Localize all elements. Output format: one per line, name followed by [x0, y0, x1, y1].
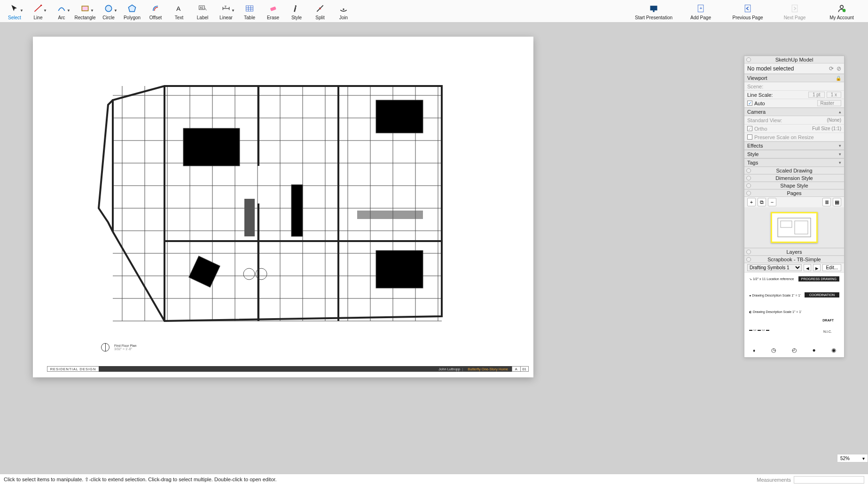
join-icon: [339, 3, 348, 14]
svg-point-11: [343, 8, 344, 10]
add-page-icon: +: [696, 3, 705, 14]
ortho-value[interactable]: Full Size (1:1): [812, 126, 841, 131]
previous-page-icon: [743, 3, 752, 14]
linear-tool[interactable]: 3'Linear▼: [214, 2, 238, 22]
svg-rect-13: [653, 10, 654, 12]
titleblock-author: John Luttropp: [438, 367, 460, 371]
north-arrow-5-icon[interactable]: ◉: [831, 347, 836, 353]
start-presentation-tool[interactable]: Start Presentation: [630, 2, 677, 22]
scrap-item-desc2[interactable]: ◐ Drawing Description Scale 1" = 1': [749, 310, 802, 314]
scrap-item-desc1[interactable]: ● Drawing Description Scale 1" = 1': [749, 294, 801, 297]
relink-icon[interactable]: ⟳: [829, 65, 834, 72]
split-tool[interactable]: Split: [308, 2, 332, 22]
measurements-input[interactable]: [794, 476, 864, 484]
start-presentation-label: Start Presentation: [635, 15, 673, 20]
scrap-item-symbols-row[interactable]: ⬧ ◷ ◴ ● ◉: [744, 347, 844, 353]
select-icon: [10, 3, 19, 14]
grid-view-button[interactable]: ▦: [833, 198, 841, 206]
status-bar: Click to select items to manipulate. ⇧-c…: [0, 474, 868, 485]
panel-header-shape-style[interactable]: Shape Style: [744, 182, 844, 189]
page-sheet[interactable]: First Floor Plan 3/32" = 1'-0" RESIDENTI…: [33, 37, 533, 377]
panel-header-dimension-style[interactable]: Dimension Style: [744, 174, 844, 182]
north-arrow-2-icon[interactable]: ◷: [771, 347, 776, 353]
svg-rect-60: [189, 256, 220, 287]
scrap-item-scalebar[interactable]: ▬▭▬▭▬: [749, 328, 770, 332]
panel-header-scaled-drawing[interactable]: Scaled Drawing: [744, 167, 844, 174]
text-tool[interactable]: AText: [167, 2, 191, 22]
standard-view-value[interactable]: (None): [827, 117, 841, 123]
north-arrow-3-icon[interactable]: ◴: [792, 347, 797, 353]
rectangle-tool[interactable]: Rectangle▼: [73, 2, 97, 22]
section-tags[interactable]: Tags▾: [744, 158, 844, 167]
chevron-down-icon: ▼: [231, 8, 235, 13]
line-scale-x[interactable]: 1 x: [827, 92, 841, 98]
scrapbook-set-select[interactable]: Drafting Symbols 1: [747, 264, 802, 271]
scrapbook-prev-button[interactable]: ◂: [804, 264, 811, 271]
text-icon: A: [174, 3, 184, 14]
section-style[interactable]: Style▾: [744, 150, 844, 158]
polygon-tool[interactable]: Polygon: [120, 2, 144, 22]
circle-label: Circle: [102, 15, 115, 20]
previous-page-tool[interactable]: Previous Page: [724, 2, 771, 22]
scrapbook-body[interactable]: ↘ 1/2" x 11 Location reference PROGRESS …: [744, 273, 844, 357]
scrap-item-loc-ref[interactable]: ↘ 1/2" x 11 Location reference: [749, 277, 794, 281]
my-account-tool[interactable]: My Account: [818, 2, 865, 22]
toolbar: Select▼Line▼Arc▼Rectangle▼Circle▼Polygon…: [0, 0, 868, 23]
svg-point-10: [295, 5, 297, 7]
canvas-area[interactable]: First Floor Plan 3/32" = 1'-0" RESIDENTI…: [0, 23, 868, 474]
line-tool[interactable]: Line▼: [26, 2, 50, 22]
ortho-label: Ortho: [754, 126, 812, 132]
panel-header-pages[interactable]: Pages: [744, 189, 844, 197]
svg-rect-63: [795, 221, 808, 234]
add-page-button[interactable]: +: [747, 198, 756, 206]
arc-tool[interactable]: Arc▼: [50, 2, 73, 22]
floor-plan-drawing[interactable]: [94, 81, 451, 326]
panel-header-model[interactable]: SketchUp Model: [744, 56, 844, 63]
style-tool[interactable]: Style: [285, 2, 308, 22]
scrapbook-next-button[interactable]: ▸: [813, 264, 821, 271]
titleblock-discipline: RESIDENTIAL DESIGN: [47, 366, 99, 372]
offset-tool[interactable]: Offset: [144, 2, 167, 22]
line-scale-pt[interactable]: 1 pt: [808, 92, 825, 98]
circle-tool[interactable]: Circle▼: [97, 2, 120, 22]
page-thumbnail-1[interactable]: [771, 212, 818, 243]
panel-header-layers[interactable]: Layers: [744, 248, 844, 256]
view-name: First Floor Plan: [114, 344, 136, 347]
scrapbook-edit-button[interactable]: Edit...: [822, 264, 841, 271]
arc-label: Arc: [58, 15, 65, 20]
scrap-item-draft[interactable]: DRAFT: [822, 319, 834, 322]
delete-page-button[interactable]: −: [768, 198, 776, 206]
svg-rect-12: [650, 6, 657, 10]
scrap-item-progress[interactable]: PROGRESS DRAWING: [798, 276, 839, 282]
auto-checkbox[interactable]: ✓: [747, 101, 752, 106]
scrap-item-coord[interactable]: COORDINATION: [805, 292, 839, 297]
section-effects[interactable]: Effects▾: [744, 141, 844, 150]
label-tool[interactable]: A1Label: [191, 2, 214, 22]
select-tool[interactable]: Select▼: [3, 2, 26, 22]
lock-icon[interactable]: 🔒: [836, 76, 841, 81]
my-account-label: My Account: [829, 15, 854, 20]
unlink-icon[interactable]: ⊘: [837, 65, 841, 72]
panel-header-scrapbook[interactable]: Scrapbook - TB-Simple: [744, 256, 844, 263]
list-view-button[interactable]: ≣: [822, 198, 831, 206]
section-camera[interactable]: Camera▴: [744, 108, 844, 116]
svg-point-2: [105, 5, 111, 11]
table-tool[interactable]: Table: [238, 2, 261, 22]
preserve-scale-checkbox[interactable]: [747, 134, 752, 140]
scrap-item-nic[interactable]: N.I.C.: [823, 330, 832, 333]
render-mode-select[interactable]: Raster: [817, 100, 841, 106]
north-arrow-4-icon[interactable]: ●: [812, 347, 815, 353]
chevron-down-icon: ▼: [114, 8, 117, 13]
duplicate-page-button[interactable]: ⧉: [758, 198, 766, 206]
svg-text:A: A: [176, 5, 180, 12]
ortho-checkbox[interactable]: ✓: [747, 126, 752, 131]
svg-rect-9: [270, 7, 276, 11]
erase-tool[interactable]: Erase: [261, 2, 285, 22]
section-viewport[interactable]: Viewport🔒: [744, 74, 844, 82]
split-icon: [315, 3, 325, 14]
add-page-tool[interactable]: +Add Page: [677, 2, 724, 22]
join-tool[interactable]: Join: [332, 2, 355, 22]
zoom-select[interactable]: 52%▾: [837, 454, 868, 462]
svg-point-0: [40, 5, 42, 6]
north-arrow-1-icon[interactable]: ⬧: [752, 347, 756, 353]
